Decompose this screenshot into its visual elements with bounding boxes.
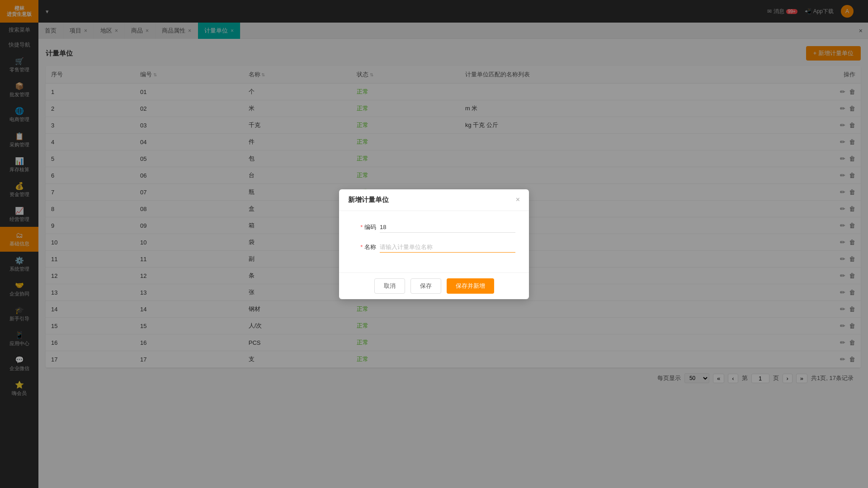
form-row-code: 编码: [353, 222, 515, 233]
modal-save-btn[interactable]: 保存: [410, 278, 441, 294]
modal-footer: 取消 保存 保存并新增: [339, 272, 529, 299]
code-input[interactable]: [380, 222, 515, 233]
modal-body: 编码 名称: [339, 211, 529, 272]
add-unit-modal: 新增计量单位 × 编码 名称 取消 保存 保存并新增: [339, 189, 529, 299]
modal-title: 新增计量单位: [348, 196, 389, 204]
modal-cancel-btn[interactable]: 取消: [374, 278, 405, 294]
name-input[interactable]: [380, 242, 515, 253]
modal-close-btn[interactable]: ×: [516, 196, 520, 204]
main-area: ▾ ✉ 消息 99+ 📲 App下载 A 首页 项目 × 地区: [38, 0, 868, 488]
modal-overlay: 新增计量单位 × 编码 名称 取消 保存 保存并新增: [0, 0, 868, 488]
modal-header: 新增计量单位 ×: [339, 189, 529, 211]
form-row-name: 名称: [353, 242, 515, 253]
code-label: 编码: [353, 223, 380, 231]
name-label: 名称: [353, 243, 380, 251]
modal-save-new-btn[interactable]: 保存并新增: [447, 278, 494, 294]
